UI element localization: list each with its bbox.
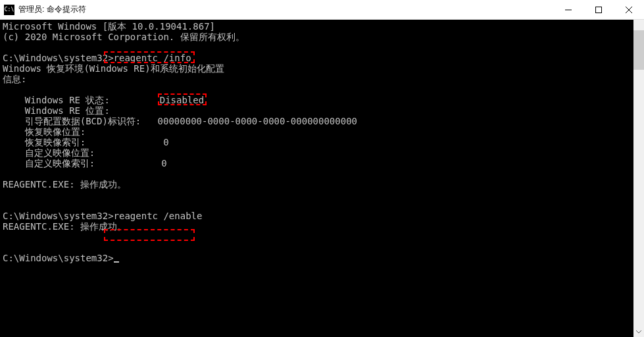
command-2: reagentc /enable: [114, 211, 203, 221]
info-label: Windows RE 状态:: [3, 95, 160, 105]
terminal-line: 恢复映像位置:: [3, 126, 86, 137]
maximize-button[interactable]: [583, 0, 614, 19]
scroll-thumb[interactable]: [633, 30, 644, 70]
close-button[interactable]: [614, 0, 644, 19]
terminal-output[interactable]: Microsoft Windows [版本 10.0.19041.867] (c…: [0, 20, 644, 337]
info-value-disabled: Disabled: [160, 95, 204, 105]
terminal-line: 自定义映像索引: 0: [3, 158, 167, 168]
close-icon: [626, 7, 632, 13]
window-titlebar: C:\ 管理员: 命令提示符: [0, 0, 644, 20]
terminal-line: 引导配置数据(BCD)标识符: 00000000-0000-0000-0000-…: [3, 116, 357, 126]
cmd-icon-glyph: C:\: [5, 7, 14, 13]
terminal-line: 恢复映像索引: 0: [3, 137, 169, 147]
terminal-line: Windows RE 位置:: [3, 105, 110, 116]
terminal-line: 自定义映像位置:: [3, 147, 95, 158]
prompt: C:\Windows\system32>: [3, 211, 114, 221]
window-title: 管理员: 命令提示符: [18, 4, 86, 15]
terminal-line: Microsoft Windows [版本 10.0.19041.867]: [3, 21, 215, 32]
prompt: C:\Windows\system32>: [3, 253, 114, 263]
scroll-down-button[interactable]: [633, 326, 644, 337]
terminal-line: Windows 恢复环境(Windows RE)和系统初始化配置: [3, 63, 224, 74]
terminal-line: 信息:: [3, 74, 26, 84]
minimize-button[interactable]: [553, 0, 583, 19]
svg-rect-1: [596, 7, 602, 13]
cursor: [114, 261, 119, 263]
command-1: reagentc /info: [114, 53, 191, 63]
chevron-down-icon: [636, 330, 641, 333]
vertical-scrollbar[interactable]: [633, 20, 644, 337]
maximize-icon: [595, 7, 602, 13]
cmd-icon: C:\: [4, 5, 14, 15]
terminal-line: (c) 2020 Microsoft Corporation. 保留所有权利。: [3, 32, 245, 42]
prompt: C:\Windows\system32>: [3, 53, 114, 63]
terminal-line: REAGENTC.EXE: 操作成功。: [3, 179, 126, 190]
window-controls: [553, 0, 644, 19]
terminal-line: REAGENTC.EXE: 操作成功。: [3, 221, 126, 232]
minimize-icon: [565, 7, 572, 13]
